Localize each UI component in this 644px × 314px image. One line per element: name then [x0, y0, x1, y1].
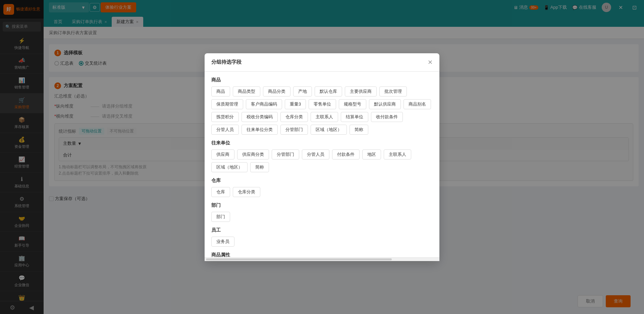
- field-tag[interactable]: 商品别名: [404, 99, 431, 109]
- field-tag[interactable]: 分管人员: [211, 125, 239, 135]
- field-tag[interactable]: 产地: [293, 86, 312, 97]
- dept-fields: 部门: [211, 212, 433, 222]
- field-tag[interactable]: 主要供应商: [345, 86, 377, 97]
- field-tag[interactable]: 默认仓库: [315, 86, 342, 97]
- field-tag[interactable]: 重量3: [285, 99, 306, 109]
- field-tag[interactable]: 客户商品编码: [246, 99, 282, 109]
- modal-dialog: 分组待选字段 ✕ 商品 商品 商品类型 商品分类 产地 默认仓库 主要供应商 批…: [205, 53, 439, 261]
- field-tag[interactable]: 仓库分类: [280, 112, 308, 122]
- field-tag[interactable]: 简称: [350, 125, 368, 135]
- section-title-dept: 部门: [211, 202, 433, 208]
- section-title-warehouse: 仓库: [211, 178, 433, 184]
- modal-overlay[interactable]: 分组待选字段 ✕ 商品 商品 商品类型 商品分类 产地 默认仓库 主要供应商 批…: [0, 0, 644, 314]
- field-tag[interactable]: 保质期管理: [211, 99, 243, 109]
- partner-fields: 供应商 供应商分类 分管部门 分管人员 付款条件 地区 主联系人 区域（地区） …: [211, 149, 433, 172]
- field-tag[interactable]: 结算单位: [341, 112, 368, 122]
- field-tag[interactable]: 商品分类: [263, 86, 290, 97]
- section-title-product: 商品: [211, 77, 433, 83]
- field-tag[interactable]: 供应商分类: [237, 149, 269, 160]
- field-tag[interactable]: 规格型号: [339, 99, 366, 109]
- field-tag[interactable]: 付款条件: [332, 149, 360, 160]
- field-tag[interactable]: 供应商: [211, 149, 234, 160]
- field-tag[interactable]: 主联系人: [311, 112, 338, 122]
- modal-close-button[interactable]: ✕: [428, 59, 433, 66]
- field-tag[interactable]: 商品类型: [233, 86, 260, 97]
- field-tag[interactable]: 批次管理: [379, 86, 407, 97]
- field-tag[interactable]: 简称: [250, 162, 269, 172]
- field-tag[interactable]: 区域（地区）: [211, 162, 248, 172]
- staff-fields: 业务员: [211, 237, 433, 247]
- field-tag[interactable]: 仓库分类: [233, 187, 260, 197]
- field-tag[interactable]: 分管部门: [272, 149, 299, 160]
- field-tag[interactable]: 零售单位: [309, 99, 336, 109]
- scrollbar-thumb: [206, 258, 392, 260]
- field-tag[interactable]: 往来单位分类: [241, 125, 278, 135]
- modal-title: 分组待选字段: [211, 59, 241, 65]
- modal-body: 商品 商品 商品类型 商品分类 产地 默认仓库 主要供应商 批次管理 保质期管理…: [205, 72, 439, 258]
- field-tag[interactable]: 默认供应商: [369, 99, 401, 109]
- field-tag[interactable]: 分管部门: [280, 125, 308, 135]
- field-tag[interactable]: 收付款条件: [371, 112, 403, 122]
- field-tag[interactable]: 业务员: [211, 237, 234, 247]
- section-title-partner: 往来单位: [211, 140, 433, 146]
- modal-horizontal-scrollbar[interactable]: [205, 257, 439, 261]
- product-fields: 商品 商品类型 商品分类 产地 默认仓库 主要供应商 批次管理 保质期管理 客户…: [211, 86, 433, 135]
- warehouse-fields: 仓库 仓库分类: [211, 187, 433, 197]
- field-tag[interactable]: 商品: [211, 86, 230, 97]
- modal-header: 分组待选字段 ✕: [205, 53, 439, 72]
- field-tag[interactable]: 地区: [362, 149, 381, 160]
- field-tag[interactable]: 部门: [211, 212, 230, 222]
- field-tag[interactable]: 主联系人: [384, 149, 411, 160]
- field-tag[interactable]: 税收分类编码: [241, 112, 278, 122]
- field-tag[interactable]: 拣货积分: [211, 112, 239, 122]
- field-tag[interactable]: 仓库: [211, 187, 230, 197]
- section-title-staff: 员工: [211, 227, 433, 233]
- section-title-attr: 商品属性: [211, 252, 433, 258]
- field-tag[interactable]: 区域（地区）: [311, 125, 347, 135]
- field-tag[interactable]: 分管人员: [302, 149, 329, 160]
